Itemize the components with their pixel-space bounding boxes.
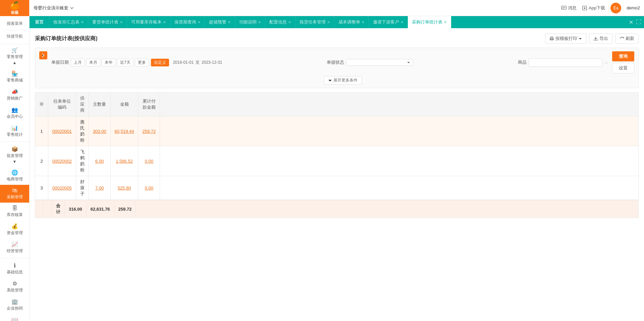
sidebar-item-inventory[interactable]: 🗄 库存核算	[0, 203, 29, 220]
cell-code[interactable]: 00020005	[48, 176, 76, 200]
footer-extra	[136, 200, 639, 218]
filter-status-group: 单据状态	[327, 59, 413, 66]
date-btn-this-month[interactable]: 本月	[86, 59, 100, 66]
tab-close-available-inventory[interactable]: ✕	[163, 20, 166, 24]
sidebar-item-member[interactable]: 👥 会员中心	[0, 104, 29, 122]
cell-paid[interactable]: 0.00	[138, 146, 160, 176]
export-button[interactable]: 导出	[589, 34, 612, 44]
tab-cost-adjust[interactable]: 成本调整单 ✕	[334, 16, 369, 28]
marketing-icon: 📣	[11, 89, 18, 95]
operations-icon: 📈	[11, 241, 18, 248]
tab-purchase-order-stats[interactable]: 采购订单统计表 ✕	[408, 16, 451, 28]
tab-close-receive-send[interactable]: ✕	[81, 20, 84, 24]
sidebar-item-finance[interactable]: 💰 资金管理	[0, 220, 29, 238]
goods-input[interactable]	[529, 58, 602, 67]
cell-amount[interactable]: 525.80	[110, 176, 138, 200]
tab-close-invite-downstream[interactable]: ✕	[400, 20, 404, 24]
tab-config-info[interactable]: 配置信息 ✕	[265, 16, 296, 28]
table-container: 往来单位编码 供应商 主数量 金额 累计付款金额 1 00020001 惠氏奶粉…	[35, 92, 639, 218]
tab-order-stats[interactable]: 要货单统计表 ✕	[88, 16, 127, 28]
guide-icon: 📖	[11, 317, 18, 321]
sidebar-item-system[interactable]: ⚙ 系统管理	[0, 278, 29, 296]
tab-warranty[interactable]: 保质期查询 ✕	[170, 16, 205, 28]
sidebar-item-retail[interactable]: 🛒 零售管理 ▲	[0, 44, 29, 68]
topbar-actions: 消息 App下载 Ea demo2	[561, 3, 640, 13]
tab-close-cost-adjust[interactable]: ✕	[362, 20, 365, 24]
refresh-button[interactable]: 刷新	[615, 34, 639, 44]
logo[interactable]: 🍊 标题	[0, 0, 29, 16]
account-title: 母婴行业演示账套	[34, 5, 68, 11]
sidebar-item-retail-shop[interactable]: 🏪 零售商城	[0, 68, 29, 86]
enterprise-icon: 🏢	[11, 299, 18, 305]
sidebar-item-retail-stats[interactable]: 📊 零售统计	[0, 122, 29, 140]
date-btn-this-year[interactable]: 本年	[102, 59, 116, 66]
tab-receive-send[interactable]: 收发存汇总表 ✕	[49, 16, 88, 28]
cell-amount[interactable]: 60,519.44	[110, 116, 138, 146]
quick-nav-item[interactable]: 快捷导航	[2, 32, 27, 41]
tab-close-function-desc[interactable]: ✕	[258, 20, 261, 24]
cell-paid[interactable]: 0.00	[138, 176, 160, 200]
tab-pick-task[interactable]: 拣货任务管理 ✕	[296, 16, 334, 28]
message-button[interactable]: 消息	[561, 5, 577, 11]
filter-query-buttons: 查询 设置	[612, 51, 634, 73]
status-select[interactable]	[346, 59, 413, 66]
tab-close-config-info[interactable]: ✕	[288, 20, 291, 24]
sidebar-item-operations[interactable]: 📈 经营管理	[0, 238, 29, 257]
setting-button[interactable]: 设置	[612, 63, 634, 73]
date-btn-more[interactable]: 更多	[135, 59, 149, 66]
sidebar-item-new-guide[interactable]: 📖 新手引导	[0, 314, 29, 321]
maximize-tab-button[interactable]: ⛶	[636, 19, 641, 25]
status-filter-label: 单据状态	[327, 59, 344, 65]
footer-empty-1	[35, 200, 44, 218]
sidebar-item-ecommerce[interactable]: 🌐 电商管理	[0, 167, 29, 185]
th-extra	[160, 93, 639, 116]
sidebar-item-enterprise[interactable]: 🏢 企业协同	[0, 296, 29, 314]
search-menu-item[interactable]: 搜索菜单	[2, 19, 27, 29]
shop-icon: 🏪	[11, 70, 18, 77]
expand-more-button[interactable]: 展开更多条件	[324, 76, 362, 85]
cell-amount[interactable]: 1,586.52	[110, 146, 138, 176]
goods-more-btn[interactable]: ···	[604, 60, 608, 65]
date-btn-last-month[interactable]: 上月	[71, 59, 85, 66]
cell-qty[interactable]: 6.00	[89, 146, 110, 176]
tab-invite-downstream[interactable]: 邀请下游客户 ✕	[369, 16, 408, 28]
refresh-icon	[620, 36, 624, 41]
user-avatar[interactable]: Ea	[610, 3, 621, 13]
tab-close-pick-task[interactable]: ✕	[327, 20, 330, 24]
tab-home[interactable]: 首页	[30, 16, 49, 28]
tab-close-purchase-order-stats[interactable]: ✕	[444, 20, 447, 24]
tab-close-warranty[interactable]: ✕	[198, 20, 201, 24]
cell-paid[interactable]: 259.72	[138, 116, 160, 146]
account-selector[interactable]: 母婴行业演示账套	[34, 5, 74, 11]
date-filter-label: 单据日期	[51, 59, 69, 65]
sidebar-item-purchase[interactable]: 🛍 采购管理	[0, 185, 29, 203]
cell-no: 3	[35, 176, 48, 200]
cell-qty[interactable]: 7.00	[89, 176, 110, 200]
sidebar-item-wholesale[interactable]: 📦 批发管理 ▼	[0, 143, 29, 167]
th-paid: 累计付款金额	[138, 93, 160, 116]
close-current-tab-button[interactable]: ✕	[629, 19, 633, 25]
sidebar-item-basic-info[interactable]: ℹ 基础信息	[0, 260, 29, 278]
sidebar-item-marketing[interactable]: 📣 营销推广	[0, 86, 29, 104]
date-custom-badge[interactable]: 自定义	[151, 59, 169, 66]
filter-toggle-button[interactable]	[39, 51, 47, 59]
app-download-button[interactable]: App下载	[582, 5, 605, 11]
footer-empty-2	[44, 200, 52, 218]
date-btn-7days[interactable]: 近7天	[117, 59, 133, 66]
query-button[interactable]: 查询	[612, 51, 634, 61]
footer-label: 合计	[52, 200, 65, 218]
tab-close-order-stats[interactable]: ✕	[120, 20, 123, 24]
tab-overstock[interactable]: 超储预警 ✕	[205, 16, 235, 28]
tab-close-overstock[interactable]: ✕	[228, 20, 231, 24]
print-button[interactable]: 按模板打印	[545, 34, 586, 44]
cell-code[interactable]: 00020002	[48, 146, 76, 176]
table-row: 1 00020001 惠氏奶粉 303.00 60,519.44 259.72	[35, 116, 639, 146]
tab-function-desc[interactable]: 功能说明 ✕	[235, 16, 265, 28]
th-settings[interactable]	[35, 93, 48, 116]
cell-supplier: 好孩子	[76, 176, 89, 200]
cell-code[interactable]: 00020001	[48, 116, 76, 146]
download-icon	[582, 5, 587, 11]
cell-qty[interactable]: 303.00	[89, 116, 110, 146]
tab-available-inventory[interactable]: 可用量库存账本 ✕	[127, 16, 170, 28]
chevron-down-icon	[70, 6, 74, 10]
